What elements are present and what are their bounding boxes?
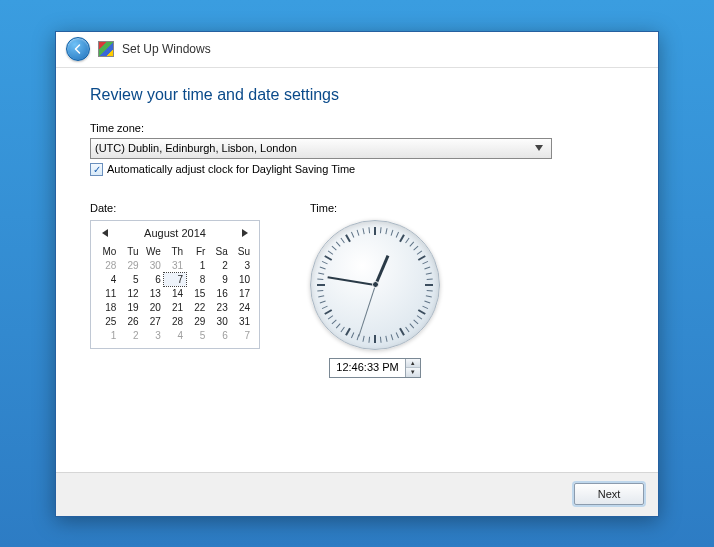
timezone-value: (UTC) Dublin, Edinburgh, Lisbon, London bbox=[95, 142, 297, 154]
clock-tick bbox=[328, 315, 333, 319]
time-value: 12:46:33 PM bbox=[330, 359, 404, 377]
clock-tick bbox=[385, 228, 387, 234]
clock-tick bbox=[424, 266, 430, 269]
clock-tick bbox=[318, 272, 324, 274]
calendar-day-cell[interactable]: 14 bbox=[164, 287, 186, 300]
time-panel: Time: 12:46:33 PM ▲ ▼ bbox=[310, 202, 440, 378]
date-panel: Date: August 2014 MoTuWeThFrSaSu28293031… bbox=[90, 202, 260, 378]
dst-checkbox[interactable]: ✓ bbox=[90, 163, 103, 176]
clock-tick bbox=[374, 335, 376, 343]
calendar-day-cell[interactable]: 4 bbox=[164, 329, 186, 342]
calendar-day-cell[interactable]: 2 bbox=[208, 259, 230, 272]
calendar-day-header: Sa bbox=[208, 245, 230, 258]
calendar-day-cell[interactable]: 30 bbox=[142, 259, 164, 272]
calendar-prev-button[interactable] bbox=[99, 227, 111, 239]
calendar-day-header: Fr bbox=[186, 245, 208, 258]
clock-tick bbox=[357, 229, 360, 235]
calendar-day-cell[interactable]: 26 bbox=[119, 315, 141, 328]
time-spin-down[interactable]: ▼ bbox=[406, 368, 420, 377]
second-hand bbox=[358, 284, 376, 336]
clock-tick bbox=[336, 323, 341, 328]
clock-tick bbox=[418, 309, 426, 315]
arrow-left-icon bbox=[72, 43, 84, 55]
calendar-day-cell[interactable]: 15 bbox=[186, 287, 208, 300]
calendar-day-cell[interactable]: 28 bbox=[164, 315, 186, 328]
calendar-day-header: Su bbox=[231, 245, 253, 258]
clock-tick bbox=[362, 228, 364, 234]
calendar-day-cell[interactable]: 17 bbox=[231, 287, 253, 300]
clock-tick bbox=[332, 319, 337, 324]
calendar-day-cell[interactable]: 31 bbox=[231, 315, 253, 328]
calendar-day-cell[interactable]: 7 bbox=[164, 273, 186, 286]
calendar-day-cell[interactable]: 9 bbox=[208, 273, 230, 286]
calendar-day-cell[interactable]: 25 bbox=[97, 315, 119, 328]
calendar-day-cell[interactable]: 11 bbox=[97, 287, 119, 300]
chevron-right-icon bbox=[242, 229, 248, 237]
calendar-day-cell[interactable]: 24 bbox=[231, 301, 253, 314]
clock-tick bbox=[399, 234, 405, 242]
clock-tick bbox=[328, 250, 333, 254]
calendar-day-cell[interactable]: 13 bbox=[142, 287, 164, 300]
clock-tick bbox=[417, 250, 422, 254]
clock-tick bbox=[345, 234, 351, 242]
clock-tick bbox=[324, 255, 332, 261]
calendar-day-cell[interactable]: 27 bbox=[142, 315, 164, 328]
calendar-day-cell[interactable]: 28 bbox=[97, 259, 119, 272]
calendar-day-cell[interactable]: 5 bbox=[119, 273, 141, 286]
clock-tick bbox=[332, 245, 337, 250]
clock-tick bbox=[427, 289, 433, 291]
calendar-day-cell[interactable]: 31 bbox=[164, 259, 186, 272]
clock-tick bbox=[322, 305, 328, 308]
time-label: Time: bbox=[310, 202, 440, 214]
clock-tick bbox=[385, 335, 387, 341]
clock-tick bbox=[380, 336, 382, 342]
clock-tick bbox=[413, 319, 418, 324]
calendar-day-cell[interactable]: 8 bbox=[186, 273, 208, 286]
calendar-day-cell[interactable]: 2 bbox=[119, 329, 141, 342]
clock-tick bbox=[368, 336, 370, 342]
clock-tick bbox=[396, 231, 399, 237]
calendar-day-cell[interactable]: 23 bbox=[208, 301, 230, 314]
calendar-day-cell[interactable]: 4 bbox=[97, 273, 119, 286]
clock-tick bbox=[418, 255, 426, 261]
calendar-day-cell[interactable]: 5 bbox=[186, 329, 208, 342]
calendar[interactable]: August 2014 MoTuWeThFrSaSu28293031123456… bbox=[90, 220, 260, 349]
windows-flag-icon bbox=[98, 41, 114, 57]
calendar-day-cell[interactable]: 10 bbox=[231, 273, 253, 286]
calendar-next-button[interactable] bbox=[239, 227, 251, 239]
calendar-day-cell[interactable]: 19 bbox=[119, 301, 141, 314]
analog-clock bbox=[310, 220, 440, 350]
next-button[interactable]: Next bbox=[574, 483, 644, 505]
calendar-day-cell[interactable]: 7 bbox=[231, 329, 253, 342]
calendar-day-cell[interactable]: 18 bbox=[97, 301, 119, 314]
calendar-day-cell[interactable]: 1 bbox=[186, 259, 208, 272]
calendar-day-cell[interactable]: 29 bbox=[119, 259, 141, 272]
clock-tick bbox=[417, 315, 422, 319]
clock-tick bbox=[391, 334, 394, 340]
calendar-day-cell[interactable]: 6 bbox=[208, 329, 230, 342]
clock-tick bbox=[324, 309, 332, 315]
clock-tick bbox=[336, 241, 341, 246]
calendar-day-cell[interactable]: 12 bbox=[119, 287, 141, 300]
calendar-day-cell[interactable]: 30 bbox=[208, 315, 230, 328]
time-spin-up[interactable]: ▲ bbox=[406, 359, 420, 369]
time-spinner: ▲ ▼ bbox=[405, 359, 420, 377]
timezone-select[interactable]: (UTC) Dublin, Edinburgh, Lisbon, London bbox=[90, 138, 552, 159]
clock-tick bbox=[396, 332, 399, 338]
calendar-day-cell[interactable]: 29 bbox=[186, 315, 208, 328]
calendar-day-cell[interactable]: 16 bbox=[208, 287, 230, 300]
clock-tick bbox=[413, 245, 418, 250]
calendar-day-cell[interactable]: 1 bbox=[97, 329, 119, 342]
time-input[interactable]: 12:46:33 PM ▲ ▼ bbox=[329, 358, 420, 378]
calendar-day-cell[interactable]: 6 bbox=[142, 273, 164, 286]
calendar-day-cell[interactable]: 20 bbox=[142, 301, 164, 314]
clock-tick bbox=[318, 295, 324, 297]
clock-tick bbox=[409, 241, 414, 246]
calendar-day-cell[interactable]: 21 bbox=[164, 301, 186, 314]
clock-pin bbox=[372, 281, 379, 288]
calendar-day-cell[interactable]: 22 bbox=[186, 301, 208, 314]
calendar-day-cell[interactable]: 3 bbox=[231, 259, 253, 272]
calendar-day-cell[interactable]: 3 bbox=[142, 329, 164, 342]
back-button[interactable] bbox=[66, 37, 90, 61]
clock-tick bbox=[317, 284, 325, 286]
